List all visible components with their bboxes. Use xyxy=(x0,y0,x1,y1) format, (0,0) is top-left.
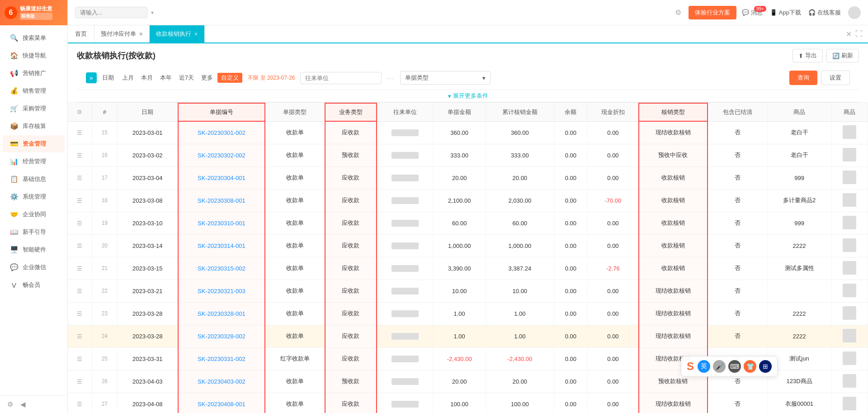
date-more-btn[interactable]: 更多 xyxy=(198,72,216,83)
col-header-counterparty[interactable]: 往来单位 xyxy=(377,103,433,121)
row-settings[interactable]: ☰ xyxy=(68,393,92,413)
sidebar-item-system[interactable]: ⚙️ 系统管理 xyxy=(3,188,65,205)
col-header-settings[interactable]: ⚙ xyxy=(68,103,92,121)
row-settings[interactable]: ☰ xyxy=(68,212,92,234)
col-header-discount[interactable]: 现金折扣 xyxy=(588,103,639,121)
row-docno[interactable]: SK-20230301-002 xyxy=(178,121,265,144)
date-this-month-btn[interactable]: 本月 xyxy=(138,72,156,83)
tab-home[interactable]: 首页 xyxy=(68,25,94,43)
row-settings[interactable]: ☰ xyxy=(68,370,92,393)
sidebar-item-vip[interactable]: V 畅会员 xyxy=(3,276,65,294)
sidebar-item-purchase[interactable]: 🛒 采购管理 xyxy=(3,100,65,117)
search-input[interactable] xyxy=(75,7,147,18)
col-header-date[interactable]: 日期 xyxy=(117,103,178,121)
row-settings[interactable]: ☰ xyxy=(68,166,92,189)
table-row[interactable]: ☰ 19 2023-03-10 SK-20230310-001 收款单 应收款 … xyxy=(68,212,868,234)
app-download-btn[interactable]: 📱 App下载 xyxy=(770,9,801,17)
counterparty-input[interactable] xyxy=(300,72,382,84)
online-service-btn[interactable]: 🎧 在线客服 xyxy=(808,9,841,17)
table-row[interactable]: ☰ 18 2023-03-08 SK-20230308-001 收款单 应收款 … xyxy=(68,189,868,212)
row-docno[interactable]: SK-20230310-001 xyxy=(178,212,265,234)
row-settings[interactable]: ☰ xyxy=(68,121,92,144)
col-header-verifytype[interactable]: 核销类型 xyxy=(639,103,708,121)
row-settings[interactable]: ☰ xyxy=(68,257,92,280)
refresh-btn[interactable]: 🔄 刷新 xyxy=(826,49,859,62)
col-header-goods2[interactable]: 商品 xyxy=(831,103,868,121)
sidebar-item-enterprise[interactable]: 🤝 企业协同 xyxy=(3,206,65,223)
query-btn[interactable]: 查询 xyxy=(789,71,817,85)
table-row[interactable]: ☰ 20 2023-03-14 SK-20230314-001 收款单 应收款 … xyxy=(68,234,868,257)
sidebar-item-search[interactable]: 🔍 搜索菜单 xyxy=(3,29,65,47)
messages-btn[interactable]: 💬 消息 99+ xyxy=(742,9,763,17)
table-row[interactable]: ☰ 24 2023-03-28 SK-20230328-002 收款单 应收款 … xyxy=(68,325,868,347)
doc-type-select[interactable]: 单据类型 ▾ xyxy=(400,71,491,85)
tab-close-all-icon[interactable]: ✕ xyxy=(846,30,852,38)
col-header-goods[interactable]: 商品 xyxy=(767,103,831,121)
sidebar-item-marketing[interactable]: 📢 营销推广 xyxy=(3,65,65,82)
row-settings[interactable]: ☰ xyxy=(68,234,92,257)
sidebar-item-sales[interactable]: 💰 销售管理 xyxy=(3,82,65,100)
topbar-gear-icon[interactable]: ⚙ xyxy=(673,6,683,19)
row-settings[interactable]: ☰ xyxy=(68,280,92,302)
row-settings[interactable]: ☰ xyxy=(68,302,92,325)
sidebar-item-basic[interactable]: 📋 基础信息 xyxy=(3,171,65,188)
filter-toggle-btn[interactable]: » xyxy=(86,72,97,83)
date-last-7days-btn[interactable]: 近7天 xyxy=(176,72,197,83)
date-this-year-btn[interactable]: 本年 xyxy=(157,72,175,83)
tab-expand-icon[interactable]: ⛶ xyxy=(855,30,863,38)
sidebar-item-finance[interactable]: 💳 资金管理 xyxy=(3,135,65,152)
row-goods2 xyxy=(831,144,868,166)
row-docno[interactable]: SK-20230403-002 xyxy=(178,370,265,393)
col-header-settled[interactable]: 包含已结清 xyxy=(708,103,767,121)
table-row[interactable]: ☰ 16 2023-03-02 SK-20230302-002 收款单 预收款 … xyxy=(68,144,868,166)
settings-icon[interactable]: ⚙ xyxy=(7,400,13,408)
row-docno[interactable]: SK-20230302-002 xyxy=(178,144,265,166)
row-settings[interactable]: ☰ xyxy=(68,144,92,166)
col-header-biztype[interactable]: 业务类型 xyxy=(325,103,377,121)
col-header-balance[interactable]: 余额 xyxy=(554,103,588,121)
row-settings[interactable]: ☰ xyxy=(68,325,92,347)
table-row[interactable]: ☰ 23 2023-03-28 SK-20230328-001 收款单 应收款 … xyxy=(68,302,868,325)
table-row[interactable]: ☰ 27 2023-04-08 SK-20230408-001 收款单 应收款 … xyxy=(68,393,868,413)
col-header-docno[interactable]: 单据编号 xyxy=(178,103,265,121)
row-settings[interactable]: ☰ xyxy=(68,347,92,370)
row-counterparty xyxy=(377,347,433,370)
sidebar-item-guide[interactable]: 📖 新手引导 xyxy=(3,223,65,241)
row-docno[interactable]: SK-20230314-001 xyxy=(178,234,265,257)
row-doctype: 红字收款单 xyxy=(265,347,325,370)
row-docno[interactable]: SK-20230408-001 xyxy=(178,393,265,413)
export-btn[interactable]: ⬆ 导出 xyxy=(793,49,823,62)
table-row[interactable]: ☰ 15 2023-03-01 SK-20230301-002 收款单 应收款 … xyxy=(68,121,868,144)
row-docno[interactable]: SK-20230304-001 xyxy=(178,166,265,189)
user-avatar[interactable] xyxy=(848,6,861,19)
row-docno[interactable]: SK-20230315-002 xyxy=(178,257,265,280)
sidebar-item-hardware[interactable]: 🖥️ 智能硬件 xyxy=(3,241,65,258)
table-row[interactable]: ☰ 22 2023-03-21 SK-20230321-003 收款单 应收款 … xyxy=(68,280,868,302)
table-row[interactable]: ☰ 21 2023-03-15 SK-20230315-002 收款单 应收款 … xyxy=(68,257,868,280)
sidebar-item-wechat[interactable]: 💬 企业微信 xyxy=(3,259,65,276)
tab-verify[interactable]: 收款核销执行 ✕ xyxy=(150,25,205,43)
col-header-amount[interactable]: 单据金额 xyxy=(433,103,486,121)
industry-btn[interactable]: 体验行业方案 xyxy=(689,6,736,19)
row-docno[interactable]: SK-20230331-002 xyxy=(178,347,265,370)
sidebar-item-operations[interactable]: 📊 经营管理 xyxy=(3,153,65,170)
collapse-icon[interactable]: ◀ xyxy=(20,400,26,408)
date-custom-btn[interactable]: 自定义 xyxy=(217,73,242,83)
filter-settings-btn[interactable]: 设置 xyxy=(821,71,850,85)
tab-close-verify-icon[interactable]: ✕ xyxy=(194,31,198,37)
tab-prepay[interactable]: 预付冲应付单 ✕ xyxy=(94,25,150,43)
col-header-doctype[interactable]: 单据类型 xyxy=(265,103,325,121)
date-last-month-btn[interactable]: 上月 xyxy=(119,72,137,83)
expand-conditions-btn[interactable]: ▾ 展开更多条件 xyxy=(448,92,488,100)
row-docno[interactable]: SK-20230328-002 xyxy=(178,325,265,347)
row-docno[interactable]: SK-20230321-003 xyxy=(178,280,265,302)
col-header-verified[interactable]: 累计核销金额 xyxy=(486,103,554,121)
row-docno[interactable]: SK-20230328-001 xyxy=(178,302,265,325)
table-row[interactable]: ☰ 17 2023-03-04 SK-20230304-001 收款单 应收款 … xyxy=(68,166,868,189)
row-verifytype: 收款核销 xyxy=(639,257,708,280)
row-settings[interactable]: ☰ xyxy=(68,189,92,212)
sidebar-item-inventory[interactable]: 📦 库存核算 xyxy=(3,118,65,135)
tab-close-prepay-icon[interactable]: ✕ xyxy=(139,31,143,37)
sidebar-item-quicknav[interactable]: 🏠 快捷导航 xyxy=(3,47,65,64)
row-docno[interactable]: SK-20230308-001 xyxy=(178,189,265,212)
